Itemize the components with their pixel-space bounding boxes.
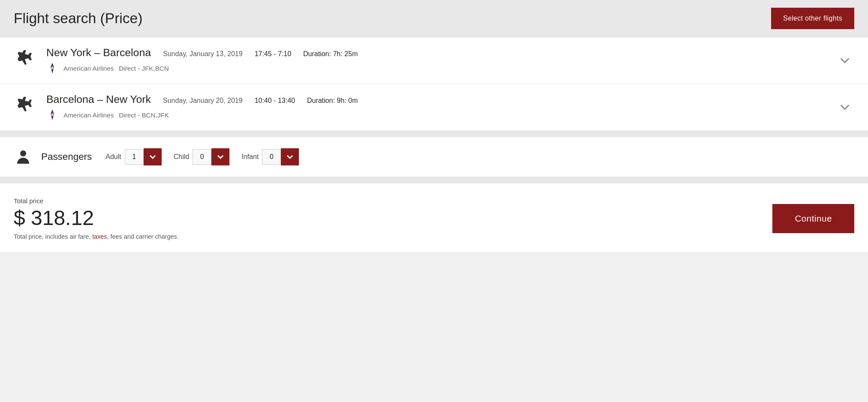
airline-name-2: American Airlines	[63, 111, 114, 119]
child-dropdown-button[interactable]	[211, 148, 229, 165]
adult-value: 1	[125, 149, 144, 165]
adult-group: Adult 1	[105, 148, 161, 165]
adult-dropdown-icon	[149, 153, 157, 161]
child-label: Child	[174, 153, 189, 161]
airline-line-2: American Airlines Direct - BCN,JFK	[46, 109, 829, 121]
passenger-icon	[14, 147, 33, 166]
chevron-down-icon-1	[839, 54, 851, 66]
total-price: $ 318.12	[14, 206, 179, 230]
airline-line-1: American Airlines Direct - JFK,BCN	[46, 62, 829, 74]
section-divider-1	[0, 130, 868, 137]
airline-name-1: American Airlines	[63, 65, 114, 72]
flight-row-2: Barcelona – New York Sunday, January 20,…	[0, 84, 868, 130]
flights-container: New York – Barcelona Sunday, January 13,…	[0, 37, 868, 130]
flight-stops-2: Direct - BCN,JFK	[119, 111, 169, 119]
chevron-down-icon-2	[839, 101, 851, 113]
page-title: Flight search (Price)	[14, 10, 142, 27]
total-left: Total price $ 318.12 Total price, includ…	[14, 197, 179, 240]
infant-group: Infant 0	[241, 148, 299, 165]
flight-stops-1: Direct - JFK,BCN	[119, 65, 169, 72]
plane-icon-1	[14, 50, 39, 71]
select-other-flights-button[interactable]: Select other flights	[771, 8, 854, 29]
total-label: Total price	[14, 197, 179, 204]
svg-point-9	[51, 114, 54, 116]
total-note: Total price, includes air fare, taxes, f…	[14, 233, 179, 240]
total-note-suffix: , fees and carrier charges.	[107, 233, 179, 240]
airline-logo-2	[46, 109, 58, 121]
flight-duration-1: Duration: 7h: 25m	[303, 50, 358, 58]
airline-logo-1	[46, 62, 58, 74]
taxes-link[interactable]: taxes	[92, 233, 107, 240]
adult-label: Adult	[105, 153, 121, 161]
continue-button[interactable]: Continue	[772, 204, 854, 233]
flight-expand-button-2[interactable]	[835, 98, 854, 117]
person-icon	[15, 149, 31, 165]
infant-value: 0	[262, 149, 281, 165]
page-header: Flight search (Price) Select other fligh…	[0, 0, 868, 37]
flight-times-1: 17:45 - 7:10	[255, 50, 291, 58]
flight-info-1: New York – Barcelona Sunday, January 13,…	[39, 47, 829, 74]
plane-icon-2	[14, 97, 39, 117]
flight-row-1: New York – Barcelona Sunday, January 13,…	[0, 37, 868, 84]
infant-dropdown-button[interactable]	[281, 148, 299, 165]
section-divider-2	[0, 177, 868, 183]
flight-times-2: 10:40 - 13:40	[255, 97, 295, 105]
infant-dropdown-icon	[286, 153, 294, 161]
passengers-section: Passengers Adult 1 Child 0 Infant 0	[0, 137, 868, 177]
adult-dropdown-button[interactable]	[144, 148, 162, 165]
flight-route-1: New York – Barcelona	[46, 47, 151, 59]
total-section: Total price $ 318.12 Total price, includ…	[0, 183, 868, 252]
flight-date-2: Sunday, January 20, 2019	[163, 97, 243, 105]
flight-route-line-1: New York – Barcelona Sunday, January 13,…	[46, 47, 829, 59]
flight-route-2: Barcelona – New York	[46, 93, 151, 105]
flight-duration-2: Duration: 9h: 0m	[307, 97, 358, 105]
flight-expand-button-1[interactable]	[835, 51, 854, 70]
svg-point-10	[20, 150, 26, 156]
child-dropdown-icon	[217, 153, 224, 161]
svg-point-4	[51, 67, 54, 69]
flight-route-line-2: Barcelona – New York Sunday, January 20,…	[46, 93, 829, 105]
flight-info-2: Barcelona – New York Sunday, January 20,…	[39, 93, 829, 121]
flight-date-1: Sunday, January 13, 2019	[163, 50, 243, 58]
child-group: Child 0	[174, 148, 229, 165]
passengers-label: Passengers	[41, 151, 92, 162]
child-value: 0	[193, 149, 211, 165]
infant-label: Infant	[241, 153, 259, 161]
total-note-prefix: Total price, includes air fare,	[14, 233, 92, 240]
